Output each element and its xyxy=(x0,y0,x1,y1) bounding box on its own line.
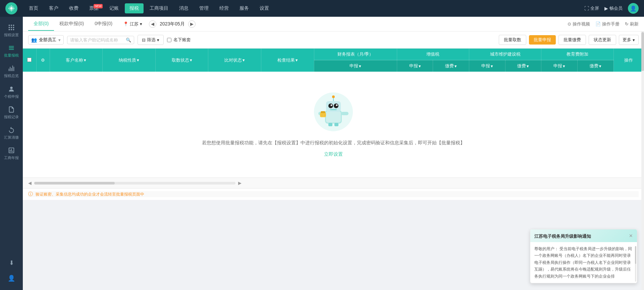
member-button[interactable]: ▶ 畅会员 xyxy=(604,5,623,11)
sidebar: 报税设置 批量报税 报税总览 个税申报 报税记录 汇算清缴 工商年报 xyxy=(0,17,23,290)
tabs-bar-right: ⊙ 操作视频 📄 操作手册 ↻ 刷新 xyxy=(568,21,639,27)
sidebar-label-settlement: 汇算清缴 xyxy=(4,135,19,140)
op-video-link[interactable]: ⊙ 操作视频 xyxy=(568,21,590,27)
fetch-status-filter[interactable]: 取数状态 ▾ xyxy=(172,57,192,63)
prev-month-button[interactable]: ◀ xyxy=(149,20,156,28)
sidebar-item-personal-tax[interactable]: 个税申报 xyxy=(0,82,23,102)
search-box: 🔍 xyxy=(67,36,134,44)
nav-tax[interactable]: 报税 xyxy=(125,3,144,13)
refresh-button[interactable]: ↻ 刷新 xyxy=(625,21,639,27)
nav-settings[interactable]: 设置 xyxy=(255,3,274,13)
sidebar-item-tax-overview[interactable]: 报税总览 xyxy=(0,61,23,81)
th-operation: 操作 xyxy=(613,49,644,72)
city-declare-filter[interactable]: 申报▾ xyxy=(481,63,493,69)
svg-rect-18 xyxy=(330,109,337,110)
avatar-icon: 👤 xyxy=(630,5,637,12)
empty-state: 若您想使用批量报税功能，请先在【报税设置】中进行报税的初始化设置，完成密码验证和… xyxy=(23,72,644,177)
th-fetch-status: 取数状态 ▾ xyxy=(155,49,208,72)
notification-scrollbar[interactable] xyxy=(635,246,636,282)
robot-illustration xyxy=(313,92,354,132)
account-checkbox[interactable] xyxy=(167,38,171,42)
sidebar-item-batch-tax[interactable]: 批量报税 xyxy=(0,41,23,61)
download-button[interactable]: ⬇ xyxy=(6,257,17,269)
edu-pay-filter[interactable]: 缴费▾ xyxy=(590,63,601,69)
financial-declare-filter[interactable]: 申报▾ xyxy=(350,63,361,69)
video-icon: ⊙ xyxy=(568,21,571,26)
page-scrollbar[interactable] xyxy=(641,31,644,290)
vat-declare-filter[interactable]: 申报▾ xyxy=(409,63,421,69)
compare-status-filter-icon: ▾ xyxy=(243,58,245,63)
svg-point-16 xyxy=(331,104,332,106)
sidebar-item-tax-settings[interactable]: 报税设置 xyxy=(0,20,23,41)
fullscreen-button[interactable]: ⛶ 全屏 xyxy=(584,5,599,11)
next-scroll-arrow[interactable]: ▶ xyxy=(238,180,241,186)
tab-zero[interactable]: 0申报(0) xyxy=(89,17,118,31)
nav-billing[interactable]: 收费 xyxy=(64,3,83,13)
th-edu-declare: 申报▾ xyxy=(541,60,578,72)
batch-declare-button[interactable]: 批量申报 xyxy=(529,35,556,45)
settings-icon[interactable]: ⚙ xyxy=(41,58,45,63)
bottom-bar: ◀ ▶ xyxy=(23,177,644,188)
warning-text-area: ⓘ 验证账密、采集信息均成功的企业才会流转至批量报税页面中 xyxy=(28,191,639,197)
notification-content: 尊敬的用户： 受当前电子税务局进一步升级的影响，同一个政务网账号（办税人）名下的… xyxy=(534,246,632,279)
svg-rect-7 xyxy=(11,29,12,30)
account-checkbox-area[interactable]: 名下账套 xyxy=(167,37,191,43)
tax-nature-filter[interactable]: 纳税性质 ▾ xyxy=(119,57,139,63)
next-month-button[interactable]: ▶ xyxy=(188,20,196,28)
nav-accounting[interactable]: 记账 xyxy=(105,3,123,13)
filter-button[interactable]: ⊟ 筛选 ▾ xyxy=(138,35,164,45)
svg-rect-4 xyxy=(11,27,12,28)
customer-name-filter[interactable]: 客户名称 ▾ xyxy=(66,57,86,63)
nav-operations[interactable]: 经营 xyxy=(215,3,233,13)
search-icon[interactable]: 🔍 xyxy=(126,38,131,43)
nav-right-actions: ⛶ 全屏 ▶ 畅会员 👤 xyxy=(584,3,639,14)
nav-management[interactable]: 管理 xyxy=(195,3,213,13)
tab-declare[interactable]: 税款申报(0) xyxy=(54,17,89,31)
app-logo[interactable] xyxy=(5,2,17,14)
prev-scroll-arrow[interactable]: ◀ xyxy=(28,180,32,186)
fetch-status-filter-icon: ▾ xyxy=(190,58,192,63)
more-button[interactable]: 更多 ▾ xyxy=(619,35,639,45)
batch-pay-button[interactable]: 批量缴费 xyxy=(558,35,586,45)
current-month: 2023年05月 xyxy=(160,21,185,27)
notification-close-button[interactable]: ✕ xyxy=(629,233,633,238)
compare-status-filter[interactable]: 比对状态 ▾ xyxy=(224,57,245,63)
svg-point-26 xyxy=(324,114,326,116)
horizontal-scrollbar-track[interactable] xyxy=(34,182,235,185)
toolbar: 👥 全部员工 ▾ 🔍 ⊟ 筛选 ▾ 名下账套 批量取数 批量申报 批量缴费 状态… xyxy=(23,31,644,49)
nav-message[interactable]: 消息 xyxy=(174,3,193,13)
tab-all[interactable]: 全部(0) xyxy=(28,17,54,31)
batch-fetch-button[interactable]: 批量取数 xyxy=(499,35,526,45)
th-financial-declare: 申报▾ xyxy=(314,60,397,72)
th-vat-declare: 申报▾ xyxy=(397,60,433,72)
sidebar-item-settlement[interactable]: 汇算清缴 xyxy=(0,123,23,143)
employee-select[interactable]: 👥 全部员工 ▾ xyxy=(28,35,64,45)
nav-industry[interactable]: 工商项目 xyxy=(145,3,173,13)
tax-nature-filter-icon: ▾ xyxy=(137,58,139,63)
search-input[interactable] xyxy=(70,38,124,43)
nav-service[interactable]: 服务 xyxy=(235,3,254,13)
nav-invoice[interactable]: 票据 NEW xyxy=(85,3,103,13)
vat-pay-filter[interactable]: 缴费▾ xyxy=(445,63,457,69)
sidebar-item-tax-records[interactable]: 报税记录 xyxy=(0,102,23,123)
empty-message: 若您想使用批量报税功能，请先在【报税设置】中进行报税的初始化设置，完成密码验证和… xyxy=(202,140,465,146)
check-result-filter[interactable]: 检查结果 ▾ xyxy=(277,57,298,63)
setup-link[interactable]: 立即设置 xyxy=(324,151,343,157)
nav-customer[interactable]: 客户 xyxy=(44,3,63,13)
tax-records-icon xyxy=(7,105,15,114)
play-icon: ▶ xyxy=(604,6,608,11)
province-select[interactable]: 📍 江苏 ▾ xyxy=(123,21,142,27)
city-pay-filter[interactable]: 缴费▾ xyxy=(517,63,529,69)
edu-declare-filter[interactable]: 申报▾ xyxy=(553,63,565,69)
user-settings-button[interactable]: 👤 xyxy=(5,272,18,285)
th-check-result: 检查结果 ▾ xyxy=(261,49,314,72)
page-scrollbar-thumb xyxy=(641,32,644,71)
nav-home[interactable]: 首页 xyxy=(24,3,43,13)
status-update-button[interactable]: 状态更新 xyxy=(589,35,616,45)
employee-label: 全部员工 xyxy=(39,37,56,43)
select-all-checkbox[interactable] xyxy=(27,58,32,62)
op-manual-link[interactable]: 📄 操作手册 xyxy=(595,21,620,27)
th-settings: ⚙ xyxy=(36,49,50,72)
user-avatar[interactable]: 👤 xyxy=(628,3,639,14)
sidebar-item-annual-report[interactable]: 工商年报 xyxy=(0,143,23,163)
